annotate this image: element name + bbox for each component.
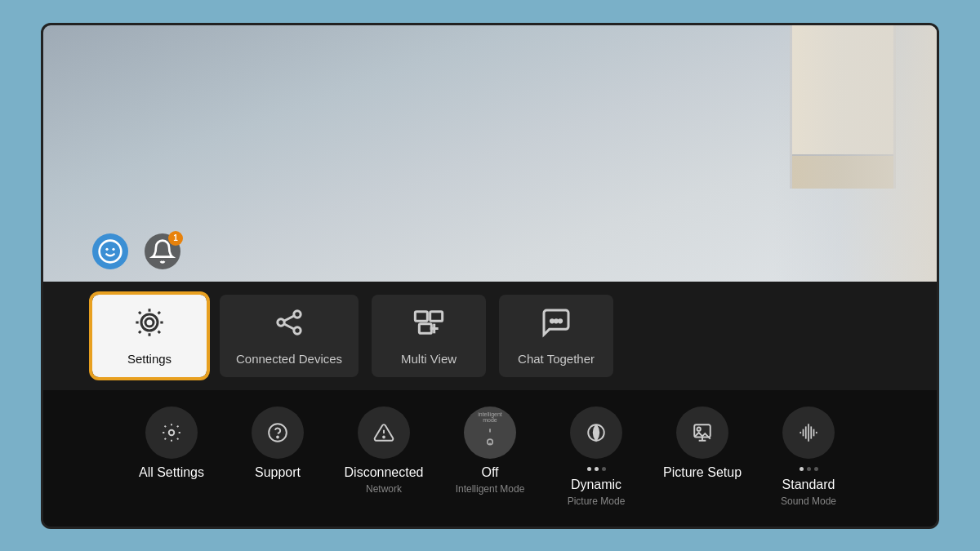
picture-setup-icon-wrap (676, 407, 728, 459)
svg-point-0 (100, 240, 122, 262)
connected-devices-icon (273, 306, 305, 345)
preview-area: 1 (43, 25, 937, 282)
nav-item-settings[interactable]: Settings (92, 295, 207, 377)
svg-point-19 (269, 424, 287, 442)
setting-intelligent-mode[interactable]: intelligentmode Off Intelligent Mode (449, 407, 531, 495)
window-blind (790, 25, 896, 189)
svg-point-20 (277, 436, 278, 438)
tv-frame: 1 Settings (41, 23, 939, 529)
svg-point-7 (294, 327, 301, 333)
intelligent-mode-sub-label: Intelligent Mode (456, 483, 525, 495)
settings-icon (133, 306, 166, 345)
svg-point-5 (278, 318, 284, 325)
intelligent-mode-icon-wrap: intelligentmode (464, 407, 516, 459)
nav-item-multi-view[interactable]: Multi View (372, 295, 486, 377)
sound-mode-icon-wrap (782, 407, 835, 459)
settings-row: All Settings Support Disco (43, 390, 937, 527)
notification-button[interactable]: 1 (145, 233, 180, 269)
nav-label-chat-together: Chat Together (518, 352, 595, 366)
chat-together-icon (540, 306, 572, 345)
all-settings-label: All Settings (139, 465, 204, 480)
setting-network[interactable]: Disconnected Network (343, 407, 425, 495)
smiley-button[interactable] (92, 233, 128, 269)
nav-item-connected-devices[interactable]: Connected Devices (220, 295, 359, 377)
picture-mode-icon-wrap (570, 407, 622, 459)
nav-label-multi-view: Multi View (401, 352, 457, 366)
picture-mode-dots (587, 467, 606, 471)
svg-point-28 (697, 427, 701, 430)
svg-rect-12 (419, 323, 431, 333)
all-settings-icon-wrap (145, 407, 198, 459)
support-icon-wrap (252, 407, 304, 459)
picture-mode-main-label: Dynamic (571, 478, 621, 492)
network-icon-wrap (358, 407, 410, 459)
network-sub-label: Network (366, 483, 402, 495)
sound-mode-sub-label: Sound Mode (781, 495, 836, 507)
svg-point-17 (559, 319, 561, 322)
setting-sound-mode[interactable]: Standard Sound Mode (768, 407, 849, 507)
setting-picture-setup[interactable]: Picture Setup (662, 407, 743, 480)
svg-point-22 (383, 436, 385, 438)
nav-item-chat-together[interactable]: Chat Together (499, 295, 613, 377)
dot-1 (587, 467, 591, 471)
nav-label-connected-devices: Connected Devices (236, 352, 342, 366)
sound-dot-3 (814, 467, 818, 471)
bottom-icons-area: 1 (92, 233, 180, 269)
svg-point-2 (112, 247, 114, 250)
intelligent-mode-inner-label: intelligentmode (478, 411, 502, 424)
setting-support[interactable]: Support (237, 407, 318, 480)
picture-setup-label: Picture Setup (663, 465, 742, 480)
svg-point-6 (294, 310, 301, 317)
svg-rect-11 (430, 311, 443, 321)
svg-point-18 (169, 429, 175, 435)
svg-point-4 (141, 314, 158, 331)
notification-badge: 1 (168, 231, 183, 246)
sound-dot-2 (807, 467, 811, 471)
setting-all-settings[interactable]: All Settings (131, 407, 212, 480)
intelligent-mode-main-label: Off (481, 465, 498, 480)
multi-view-icon (412, 306, 445, 345)
svg-point-15 (550, 319, 553, 322)
svg-line-9 (284, 324, 294, 329)
setting-picture-mode[interactable]: Dynamic Picture Mode (555, 407, 637, 507)
dot-3 (602, 467, 606, 471)
sound-mode-dots (800, 467, 818, 471)
support-label: Support (255, 465, 301, 480)
nav-bar: Settings Connected Devices (43, 282, 937, 390)
sound-dot-1 (800, 467, 804, 471)
svg-point-1 (105, 247, 108, 250)
dot-2 (595, 467, 599, 471)
picture-mode-sub-label: Picture Mode (568, 495, 626, 507)
svg-point-16 (555, 319, 557, 322)
network-main-label: Disconnected (345, 465, 424, 480)
svg-line-8 (284, 316, 294, 321)
nav-label-settings: Settings (127, 352, 172, 366)
svg-point-3 (145, 318, 154, 327)
svg-rect-10 (415, 311, 427, 321)
sound-mode-main-label: Standard (782, 478, 835, 492)
